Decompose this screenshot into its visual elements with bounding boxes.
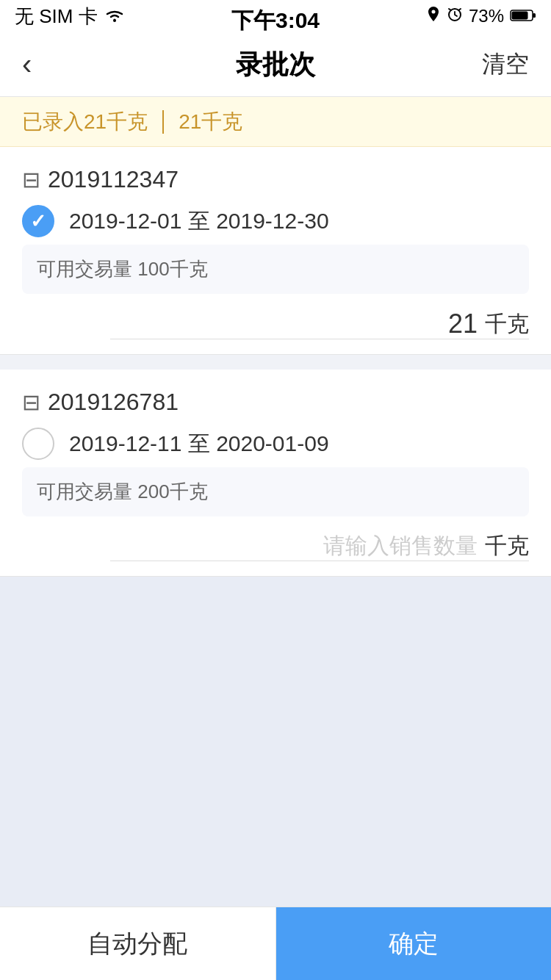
batch1-underline (110, 339, 529, 339)
batch1-unit: 千克 (485, 309, 529, 339)
svg-point-0 (113, 19, 116, 22)
batch1-checkbox[interactable] (22, 205, 54, 237)
status-right: 73% (426, 5, 536, 27)
batch1-available: 可用交易量 100千克 (22, 245, 529, 294)
batch2-date: 2019-12-11 至 2020-01-09 (69, 429, 329, 459)
batch2-available: 可用交易量 200千克 (22, 467, 529, 516)
section-divider (0, 355, 551, 370)
svg-rect-4 (533, 13, 536, 18)
batch-card-1: ⊟ 2019112347 2019-12-01 至 2019-12-30 可用交… (0, 147, 551, 354)
bottom-bar: 自动分配 确定 (0, 907, 551, 980)
batch1-row[interactable]: 2019-12-01 至 2019-12-30 (0, 201, 551, 245)
batch2-checkbox[interactable] (22, 428, 54, 460)
svg-point-1 (431, 10, 435, 14)
status-time: 下午3:04 (231, 6, 320, 36)
info-divider (162, 110, 164, 134)
battery-percent: 73% (469, 6, 504, 26)
batch2-number: 2019126781 (48, 389, 179, 416)
batch1-header: ⊟ 2019112347 (0, 147, 551, 201)
status-bar: 无 SIM 卡 下午3:04 (0, 0, 551, 32)
no-sim-label: 无 SIM 卡 (15, 4, 98, 29)
batch2-row[interactable]: 2019-12-11 至 2020-01-09 (0, 423, 551, 467)
info-total: 21千克 (179, 108, 242, 136)
batch2-quantity-row: 请输入销售数量 千克 (0, 524, 551, 576)
location-icon (426, 5, 441, 27)
auto-distribute-button[interactable]: 自动分配 (0, 907, 276, 980)
back-button[interactable]: ‹ (22, 48, 32, 81)
recorded-label: 已录入21千克 (22, 108, 148, 136)
clear-button[interactable]: 清空 (482, 48, 529, 81)
batch2-unit: 千克 (485, 531, 529, 561)
status-left: 无 SIM 卡 (15, 4, 126, 29)
wifi-icon (104, 5, 126, 28)
batch2-underline (110, 561, 529, 561)
batch2-icon: ⊟ (22, 389, 40, 415)
batch1-quantity-row: 千克 (0, 301, 551, 354)
batch1-quantity-input[interactable] (389, 309, 478, 339)
batch1-number: 2019112347 (48, 166, 179, 193)
batch1-icon: ⊟ (22, 167, 40, 192)
batch-card-2: ⊟ 2019126781 2019-12-11 至 2020-01-09 可用交… (0, 370, 551, 576)
svg-rect-5 (512, 12, 528, 20)
nav-bar: ‹ 录批次 清空 (0, 32, 551, 97)
batch2-quantity-placeholder: 请输入销售数量 (323, 531, 478, 561)
batch1-date: 2019-12-01 至 2019-12-30 (69, 206, 329, 237)
batch2-header: ⊟ 2019126781 (0, 370, 551, 423)
alarm-icon (447, 5, 463, 27)
page-title: 录批次 (236, 32, 315, 97)
info-banner: 已录入21千克 21千克 (0, 97, 551, 147)
confirm-button[interactable]: 确定 (276, 907, 552, 980)
battery-icon (510, 6, 536, 26)
